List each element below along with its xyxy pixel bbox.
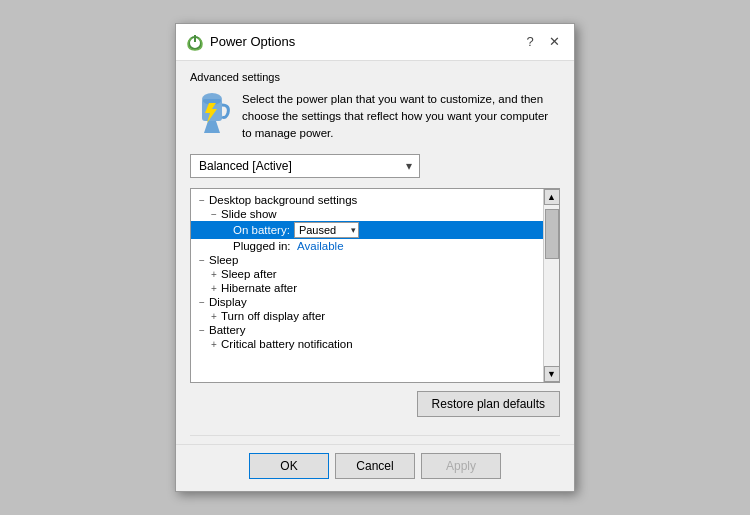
bottom-buttons: OK Cancel Apply (176, 444, 574, 491)
restore-row: Restore plan defaults (190, 391, 560, 417)
label-desktop-bg: Desktop background settings (209, 194, 357, 206)
label-turn-off-display: Turn off display after (221, 310, 325, 322)
scroll-up-button[interactable]: ▲ (544, 189, 560, 205)
scroll-down-button[interactable]: ▼ (544, 366, 560, 382)
power-plan-icon (190, 91, 232, 133)
toggle-critical-battery: + (207, 339, 221, 350)
power-options-dialog: Power Options ? ✕ Advanced settings Se (175, 23, 575, 493)
svg-rect-1 (194, 35, 196, 42)
tree-item-on-battery[interactable]: On battery: Paused Available (191, 221, 543, 239)
label-critical-battery: Critical battery notification (221, 338, 353, 350)
toggle-desktop-bg: − (195, 195, 209, 206)
close-button[interactable]: ✕ (544, 32, 564, 52)
plan-dropdown-row: Balanced [Active] Power saver High perfo… (190, 154, 560, 178)
toggle-hibernate-after: + (207, 283, 221, 294)
label-on-battery: On battery: (233, 224, 290, 236)
cancel-button[interactable]: Cancel (335, 453, 415, 479)
on-battery-control: Paused Available (294, 222, 359, 238)
toggle-sleep: − (195, 255, 209, 266)
tree-scrollbar: ▲ ▼ (543, 189, 559, 382)
label-plugged-in: Plugged in: (233, 240, 291, 252)
label-display: Display (209, 296, 247, 308)
dialog-content: Advanced settings Select the power plan … (176, 61, 574, 436)
scrollbar-thumb[interactable] (545, 209, 559, 259)
label-sleep-after: Sleep after (221, 268, 277, 280)
toggle-turn-off-display: + (207, 311, 221, 322)
tree-item-sleep[interactable]: − Sleep (191, 253, 543, 267)
toggle-slide-show: − (207, 209, 221, 220)
ok-button[interactable]: OK (249, 453, 329, 479)
on-battery-select[interactable]: Paused Available (294, 222, 359, 238)
title-bar: Power Options ? ✕ (176, 24, 574, 61)
tree-item-plugged-in[interactable]: Plugged in: Available (191, 239, 543, 253)
description-area: Select the power plan that you want to c… (190, 91, 560, 143)
tree-item-hibernate-after[interactable]: + Hibernate after (191, 281, 543, 295)
label-slide-show: Slide show (221, 208, 277, 220)
tree-item-display[interactable]: − Display (191, 295, 543, 309)
tree-item-sleep-after[interactable]: + Sleep after (191, 267, 543, 281)
description-text: Select the power plan that you want to c… (242, 91, 560, 143)
tree-item-desktop-bg[interactable]: − Desktop background settings (191, 193, 543, 207)
apply-button[interactable]: Apply (421, 453, 501, 479)
scrollbar-track[interactable] (544, 205, 559, 366)
tree-item-critical-battery[interactable]: + Critical battery notification (191, 337, 543, 351)
separator (190, 435, 560, 436)
label-battery: Battery (209, 324, 245, 336)
plan-dropdown-wrapper: Balanced [Active] Power saver High perfo… (190, 154, 420, 178)
restore-plan-defaults-button[interactable]: Restore plan defaults (417, 391, 560, 417)
label-sleep: Sleep (209, 254, 238, 266)
dialog-title: Power Options (210, 34, 514, 49)
settings-tree: − Desktop background settings − Slide sh… (190, 188, 560, 383)
plan-dropdown[interactable]: Balanced [Active] Power saver High perfo… (190, 154, 420, 178)
toggle-display: − (195, 297, 209, 308)
advanced-settings-label: Advanced settings (190, 71, 560, 83)
help-button[interactable]: ? (520, 32, 540, 52)
label-hibernate-after: Hibernate after (221, 282, 297, 294)
on-battery-select-wrapper: Paused Available (294, 222, 359, 238)
title-bar-controls: ? ✕ (520, 32, 564, 52)
toggle-sleep-after: + (207, 269, 221, 280)
toggle-battery: − (195, 325, 209, 336)
tree-item-slide-show[interactable]: − Slide show (191, 207, 543, 221)
tree-item-battery[interactable]: − Battery (191, 323, 543, 337)
power-options-icon (186, 33, 204, 51)
tree-item-turn-off-display[interactable]: + Turn off display after (191, 309, 543, 323)
tree-content: − Desktop background settings − Slide sh… (191, 189, 543, 382)
plugged-in-value: Available (295, 240, 344, 252)
